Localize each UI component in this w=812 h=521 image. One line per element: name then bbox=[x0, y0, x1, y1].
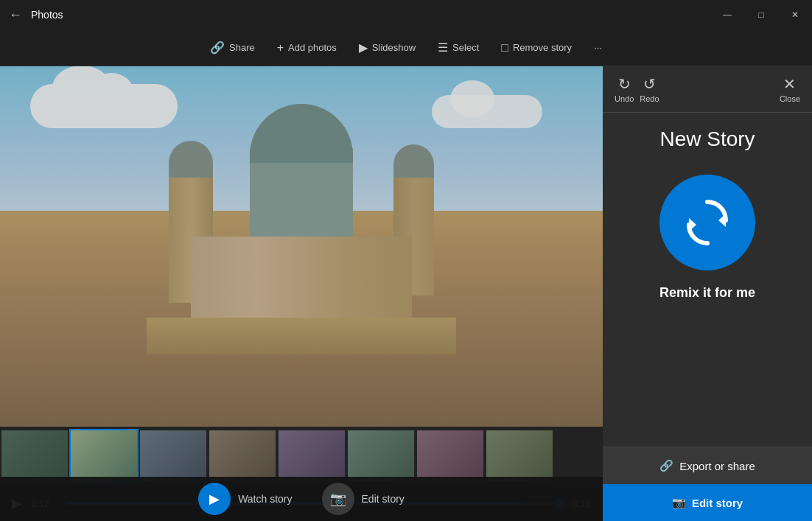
panel-title: New Story bbox=[603, 113, 812, 163]
remix-section: Remix it for me bbox=[603, 163, 812, 447]
edit-icon: 📷 bbox=[672, 496, 686, 509]
thumbnail-5[interactable] bbox=[279, 430, 345, 482]
thumbnail-2[interactable] bbox=[71, 430, 137, 482]
video-frame bbox=[0, 66, 603, 427]
add-photos-button[interactable]: + Add photos bbox=[277, 41, 337, 55]
svg-marker-1 bbox=[689, 218, 696, 231]
side-panel: ↻ Undo ↺ Redo ✕ Close New Story bbox=[603, 66, 812, 521]
add-icon: + bbox=[277, 41, 284, 55]
video-overlay bbox=[0, 66, 603, 427]
main-content: ▶ 0:17 0:18 ↻ Undo ↺ Redo ✕ bbox=[0, 66, 812, 521]
toolbar: 🔗 Share + Add photos ▶ Slideshow ☰ Selec… bbox=[0, 29, 812, 66]
watch-icon-circle: ▶ bbox=[198, 483, 231, 515]
video-container[interactable] bbox=[0, 66, 603, 427]
thumbnail-1[interactable] bbox=[1, 430, 68, 482]
remix-icon bbox=[678, 193, 737, 252]
back-button[interactable]: ← bbox=[9, 7, 22, 23]
slideshow-button[interactable]: ▶ Slideshow bbox=[359, 41, 416, 55]
redo-icon: ↺ bbox=[643, 75, 656, 93]
close-button[interactable]: ✕ bbox=[778, 0, 812, 29]
undo-button[interactable]: ↻ Undo bbox=[615, 75, 634, 103]
export-share-button[interactable]: 🔗 Export or share bbox=[603, 447, 812, 484]
remix-label: Remix it for me bbox=[659, 285, 755, 301]
redo-button[interactable]: ↺ Redo bbox=[640, 75, 659, 103]
thumbnail-4[interactable] bbox=[209, 430, 276, 482]
minimize-button[interactable]: — bbox=[710, 0, 744, 29]
export-icon: 🔗 bbox=[659, 459, 673, 472]
panel-header: ↻ Undo ↺ Redo ✕ Close bbox=[603, 66, 812, 113]
undo-redo-group: ↻ Undo ↺ Redo bbox=[615, 75, 659, 103]
close-icon: ✕ bbox=[783, 75, 796, 93]
edit-story-button[interactable]: 📷 Edit story bbox=[603, 484, 812, 521]
thumbnail-8[interactable] bbox=[486, 430, 553, 482]
select-icon: ☰ bbox=[438, 41, 448, 55]
slideshow-icon: ▶ bbox=[359, 41, 368, 55]
remix-button[interactable] bbox=[659, 175, 755, 270]
undo-icon: ↻ bbox=[618, 75, 631, 93]
edit-icon-circle: 📷 bbox=[322, 483, 354, 515]
remove-story-button[interactable]: □ Remove story bbox=[501, 41, 572, 55]
title-bar: ← Photos — □ ✕ bbox=[0, 0, 812, 29]
share-icon: 🔗 bbox=[210, 41, 225, 55]
maximize-button[interactable]: □ bbox=[744, 0, 778, 29]
more-button[interactable]: ··· bbox=[594, 42, 602, 53]
bottom-edit-story-button[interactable]: 📷 Edit story bbox=[322, 483, 405, 515]
video-area: ▶ 0:17 0:18 bbox=[0, 66, 603, 521]
thumbnail-3[interactable] bbox=[140, 430, 206, 482]
bottom-bar: ▶ Watch story 📷 Edit story bbox=[0, 477, 603, 521]
remove-icon: □ bbox=[501, 41, 508, 55]
thumbnail-7[interactable] bbox=[417, 430, 483, 482]
watch-story-button[interactable]: ▶ Watch story bbox=[198, 483, 292, 515]
play-icon: ▶ bbox=[209, 491, 220, 507]
share-button[interactable]: 🔗 Share bbox=[210, 41, 255, 55]
window-controls: — □ ✕ bbox=[710, 0, 812, 29]
panel-close-button[interactable]: ✕ Close bbox=[780, 75, 800, 103]
select-button[interactable]: ☰ Select bbox=[438, 41, 479, 55]
thumbnail-6[interactable] bbox=[348, 430, 414, 482]
svg-marker-0 bbox=[718, 214, 726, 227]
app-title: Photos bbox=[31, 9, 63, 21]
edit-pencil-icon: 📷 bbox=[330, 491, 346, 507]
